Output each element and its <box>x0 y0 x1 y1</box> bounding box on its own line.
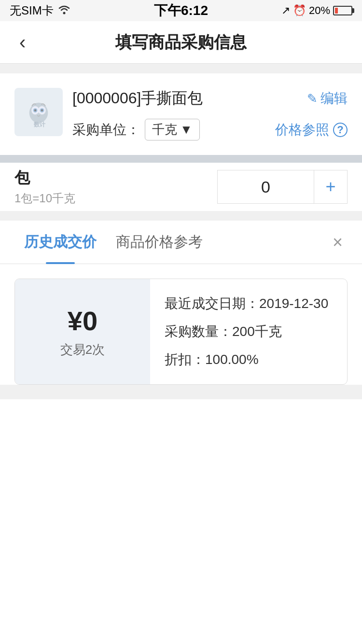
tab-history-price[interactable]: 历史成交价 <box>14 221 106 264</box>
quantity-unit: 包 <box>14 168 75 189</box>
product-image: 数计 <box>14 88 63 136</box>
product-section: 数计 [0000006]手撕面包 ✎ 编辑 采购单位： 千克 ▼ <box>0 73 362 155</box>
carrier-text: 无SIM卡 <box>10 3 54 18</box>
detail-date-value: 2019-12-30 <box>259 296 328 311</box>
tab-history-label: 历史成交价 <box>24 232 97 252</box>
svg-text:数计: 数计 <box>33 121 46 128</box>
nav-bar: ‹ 填写商品采购信息 <box>0 21 362 64</box>
quantity-section: 包 1包=10千克 0 + <box>0 163 362 211</box>
product-name-row: [0000006]手撕面包 ✎ 编辑 <box>72 88 348 109</box>
svg-point-8 <box>37 113 41 116</box>
unit-selector: 采购单位： 千克 ▼ <box>72 119 200 140</box>
unit-dropdown[interactable]: 千克 ▼ <box>145 119 200 140</box>
status-time: 下午6:12 <box>154 1 208 20</box>
tabs-bar: 历史成交价 商品价格参考 × <box>0 221 362 264</box>
product-info: [0000006]手撕面包 ✎ 编辑 采购单位： 千克 ▼ 价格参照 ? <box>72 88 348 140</box>
trade-count: 交易2次 <box>60 341 105 358</box>
price-summary: ¥0 交易2次 <box>15 279 150 384</box>
unit-label: 采购单位： <box>72 121 140 139</box>
wifi-icon <box>57 4 71 17</box>
content-bottom <box>0 399 362 644</box>
price-details: 最近成交日期：2019-12-30 采购数量：200千克 折扣：100.00% <box>150 279 347 384</box>
quantity-label: 包 1包=10千克 <box>14 168 75 206</box>
alarm-icon: ⏰ <box>293 4 306 17</box>
tab-product-label: 商品价格参考 <box>116 232 203 252</box>
detail-discount-label: 折扣： <box>165 352 205 367</box>
price-card: ¥0 交易2次 最近成交日期：2019-12-30 采购数量：200千克 折扣：… <box>14 279 348 385</box>
chevron-down-icon: ▼ <box>180 122 193 137</box>
detail-qty: 采购数量：200千克 <box>165 322 333 342</box>
status-carrier: 无SIM卡 <box>10 3 71 18</box>
battery-pct: 20% <box>309 4 330 17</box>
quantity-conversion: 1包=10千克 <box>14 191 75 206</box>
svg-point-7 <box>41 109 43 111</box>
product-row: 数计 [0000006]手撕面包 ✎ 编辑 采购单位： 千克 ▼ <box>14 88 348 140</box>
quantity-plus-button[interactable]: + <box>314 170 348 204</box>
detail-qty-value: 200千克 <box>232 324 282 339</box>
section-divider <box>0 155 362 163</box>
detail-date: 最近成交日期：2019-12-30 <box>165 294 333 314</box>
svg-point-6 <box>34 109 36 111</box>
tab-product-price[interactable]: 商品价格参考 <box>106 221 212 264</box>
detail-qty-label: 采购数量： <box>165 324 232 339</box>
detail-discount: 折扣：100.00% <box>165 350 333 370</box>
quantity-input[interactable]: 0 <box>217 170 314 204</box>
currency-symbol: ¥ <box>68 306 83 336</box>
product-full-name: [0000006]手撕面包 <box>72 88 203 109</box>
detail-date-label: 最近成交日期： <box>165 296 259 311</box>
edit-icon: ✎ <box>307 91 318 106</box>
page-title: 填写商品采购信息 <box>115 31 247 54</box>
price-value: 0 <box>83 306 97 336</box>
status-indicators: ↗ ⏰ 20% <box>281 4 352 17</box>
edit-button[interactable]: ✎ 编辑 <box>307 89 348 108</box>
price-reference-link[interactable]: 价格参照 ? <box>275 121 348 139</box>
unit-row: 采购单位： 千克 ▼ 价格参照 ? <box>72 119 348 140</box>
quantity-input-area: 0 + <box>217 170 348 204</box>
status-bar: 无SIM卡 下午6:12 ↗ ⏰ 20% <box>0 0 362 21</box>
svg-point-0 <box>63 12 65 14</box>
battery-icon <box>333 6 352 15</box>
price-ref-panel: 历史成交价 商品价格参考 × ¥0 交易2次 最近成交日期：2019-12-30… <box>0 221 362 385</box>
close-panel-button[interactable]: × <box>328 227 348 257</box>
back-button[interactable]: ‹ <box>14 27 30 58</box>
location-icon: ↗ <box>281 4 290 17</box>
detail-discount-value: 100.00% <box>205 352 259 367</box>
price-display: ¥0 <box>68 305 97 336</box>
edit-label: 编辑 <box>320 89 348 108</box>
help-icon: ? <box>333 123 348 137</box>
unit-value: 千克 <box>152 121 177 138</box>
price-ref-label: 价格参照 <box>275 121 329 139</box>
